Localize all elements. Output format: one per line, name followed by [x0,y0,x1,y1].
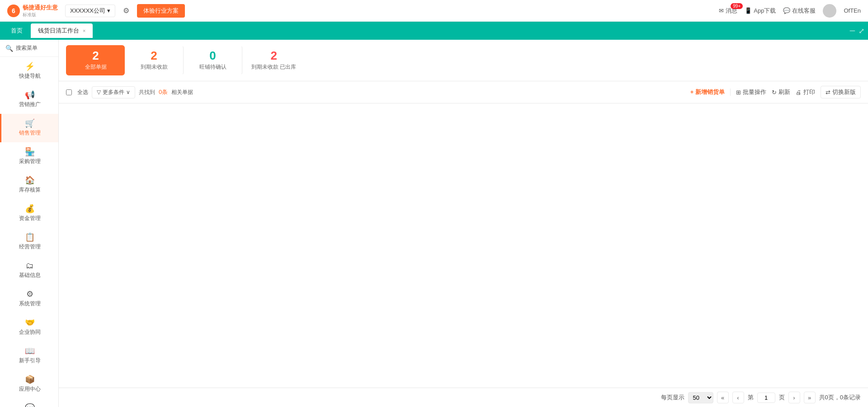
sales-icon: 🛒 [25,119,35,127]
sidebar-item-finance[interactable]: 💰 资金管理 [0,199,58,228]
apps-icon: 📦 [25,375,35,384]
filter-chevron-icon: ∨ [126,89,130,95]
sidebar-item-operation[interactable]: 📋 经营管理 [0,228,58,256]
found-count: 0条 [159,88,168,96]
card-pending-num: 0 [209,50,216,61]
header-left: 6 畅捷通好生意 标准版 XXXXXX公司 ▾ ⚙ 体验行业方案 [7,4,185,18]
tab-close-icon[interactable]: × [83,28,85,33]
refresh-btn-label: 刷新 [778,88,790,96]
sidebar-item-label: 营销推广 [19,101,41,108]
message-icon: ✉ [719,7,724,14]
table-area [59,103,868,388]
switch-btn-label: 切换新版 [832,88,856,96]
finance-icon: 💰 [25,205,35,213]
page-size-prefix: 每页显示 [661,393,684,402]
inventory-icon: 🏠 [25,176,35,184]
batch-icon: ⊞ [736,89,741,96]
last-page-btn[interactable]: » [804,392,816,403]
select-all-checkbox[interactable] [66,89,72,95]
sidebar-item-quick-nav[interactable]: ⚡ 快捷导航 [0,57,58,85]
sidebar-item-label: 资金管理 [19,215,41,222]
tab-home-label: 首页 [11,27,23,35]
sidebar-item-label: 经营管理 [19,243,41,251]
sidebar-item-apps[interactable]: 📦 应用中心 [0,370,58,398]
guide-icon: 📖 [25,347,35,355]
sidebar-item-inventory[interactable]: 🏠 库存核算 [0,171,58,199]
toolbar-divider [730,89,731,96]
print-btn-label: 打印 [803,88,815,96]
card-overdue-shipped[interactable]: 2 到期未收款 已出库 [242,45,306,75]
app-download-button[interactable]: 📱 App下载 [745,7,776,15]
company-name: XXXXXX公司 [70,7,105,15]
online-service-button[interactable]: 💬 在线客服 [783,7,816,15]
card-all[interactable]: 2 全部单据 [66,45,125,75]
purchase-icon: 🏪 [25,148,35,156]
add-sales-order-btn[interactable]: + 新增销货单 [690,88,725,96]
online-service-label: 在线客服 [792,7,816,15]
refresh-btn[interactable]: ↻ 刷新 [772,88,790,96]
tab-minimize-btn[interactable]: ─ [850,27,855,35]
search-icon: 🔍 [5,45,13,51]
sidebar-item-sales[interactable]: 🛒 销售管理 [0,114,58,142]
toolbar-right: + 新增销货单 ⊞ 批量操作 ↻ 刷新 🖨 打印 ⇄ 切换新版 [690,86,861,98]
logo-title: 畅捷通好生意 [23,4,58,12]
card-overdue[interactable]: 2 到期未收款 [125,45,184,75]
sidebar-item-cooperation[interactable]: 🤝 企业协同 [0,313,58,342]
toolbar: 全选 ▽ 更多条件 ∨ 共找到 0条 相关单据 + 新增销货单 ⊞ 批量操作 ↻… [59,81,868,103]
messages-button[interactable]: ✉ 消息 99+ [719,7,737,15]
sidebar-item-purchase[interactable]: 🏪 采购管理 [0,142,58,171]
card-pending[interactable]: 0 旺铺待确认 [184,45,242,75]
user-name[interactable]: OfTEn [844,7,861,14]
trial-btn[interactable]: 体验行业方案 [137,4,185,18]
print-btn[interactable]: 🖨 打印 [796,88,815,96]
sidebar-item-label: 新手引导 [19,357,41,365]
sidebar-item-label: 库存核算 [19,186,41,194]
filter-button[interactable]: ▽ 更多条件 ∨ [92,86,135,98]
next-page-btn[interactable]: › [788,392,800,403]
page-label: 第 [748,393,754,402]
user-avatar[interactable] [823,4,836,18]
total-text: 共0页，0条记录 [819,393,861,402]
sidebar-item-marketing[interactable]: 📢 营销推广 [0,85,58,114]
basic-icon: 🗂 [26,262,34,270]
sidebar-item-label: 采购管理 [19,158,41,165]
sidebar-item-wechat[interactable]: 💬 企业微信 [0,398,58,407]
marketing-icon: 📢 [25,91,35,99]
page-input[interactable] [757,393,775,403]
quick-nav-icon: ⚡ [25,62,35,70]
batch-btn[interactable]: ⊞ 批量操作 [736,88,766,96]
first-page-btn[interactable]: « [717,392,729,403]
content-area: 2 全部单据 2 到期未收款 0 旺铺待确认 2 到期未收款 已出库 全选 ▽ … [59,40,868,407]
logo-area: 6 畅捷通好生意 标准版 [7,4,61,18]
print-icon: 🖨 [796,89,802,96]
sidebar-item-system[interactable]: ⚙ 系统管理 [0,285,58,313]
page-size-select[interactable]: 50 10 20 100 [688,392,713,403]
batch-btn-label: 批量操作 [743,88,766,96]
sidebar-item-label: 销售管理 [19,129,41,137]
tab-work[interactable]: 钱货日清工作台 × [31,23,93,38]
prev-page-btn[interactable]: ‹ [732,392,744,403]
card-overdue-label: 到期未收款 [141,63,168,71]
phone-icon: 📱 [745,7,752,14]
sidebar-item-label: 系统管理 [19,300,41,308]
system-icon: ⚙ [26,290,33,298]
tab-maximize-btn[interactable]: ⤢ [859,27,864,35]
tab-bar: 首页 钱货日清工作台 × ─ ⤢ [0,22,868,40]
related-btn[interactable]: 相关单据 [171,89,193,96]
found-prefix: 共找到 [139,89,155,96]
app-download-label: App下载 [754,7,776,15]
operation-icon: 📋 [25,233,35,241]
tab-home[interactable]: 首页 [4,23,30,38]
sidebar-item-label: 基础信息 [19,271,41,279]
header-right: ✉ 消息 99+ 📱 App下载 💬 在线客服 OfTEn [719,4,861,18]
switch-version-btn[interactable]: ⇄ 切换新版 [821,86,861,98]
sidebar-search-label: 搜索菜单 [16,44,38,52]
card-overdue-shipped-num: 2 [270,50,277,61]
settings-button[interactable]: ⚙ [119,4,133,18]
sidebar: 🔍 搜索菜单 ⚡ 快捷导航 📢 营销推广 🛒 销售管理 🏪 采购管理 🏠 库存核… [0,40,59,407]
sidebar-item-basic[interactable]: 🗂 基础信息 [0,256,58,285]
sidebar-search[interactable]: 🔍 搜索菜单 [0,40,58,57]
sidebar-item-guide[interactable]: 📖 新手引导 [0,342,58,370]
company-selector[interactable]: XXXXXX公司 ▾ [65,5,115,17]
pagination: 每页显示 50 10 20 100 « ‹ 第 页 › » 共0页，0条记录 [59,388,868,407]
